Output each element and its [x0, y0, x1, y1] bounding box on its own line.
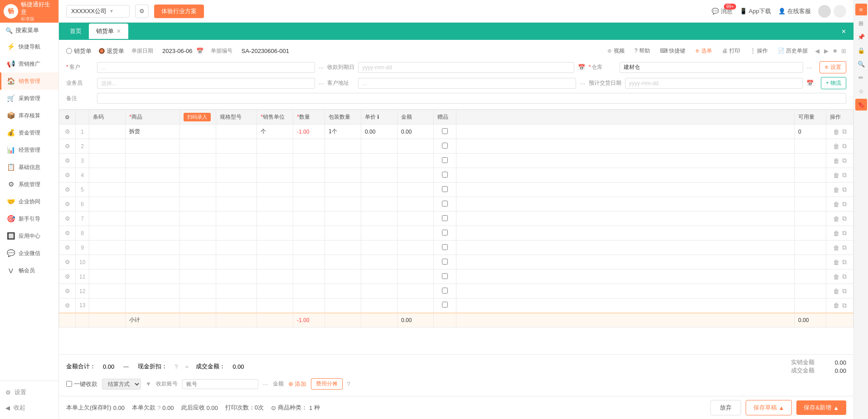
sidebar-item-enterprise[interactable]: 🤝企业协同 — [0, 193, 58, 210]
delete-icon[interactable]: 🗑 — [833, 244, 839, 251]
row-gear[interactable]: ⚙ — [59, 183, 76, 197]
help-btn[interactable]: ? 帮助 — [632, 45, 653, 57]
sidebar-item-operations[interactable]: 📊经营管理 — [0, 141, 58, 159]
row-unit-price[interactable] — [361, 270, 398, 284]
row-gear[interactable]: ⚙ — [59, 270, 76, 284]
history-btn[interactable]: 📄 历史单据 — [775, 45, 810, 57]
warehouse-input[interactable] — [620, 62, 803, 73]
fee-help-icon[interactable]: ? — [347, 380, 350, 387]
row-unit[interactable] — [257, 154, 293, 168]
sidebar-item-finance[interactable]: 💰资金管理 — [0, 124, 58, 141]
row-quantity[interactable] — [293, 270, 325, 284]
one-click-payment-label[interactable]: 一键收款 — [66, 380, 97, 388]
fee-split-button[interactable]: 费用分摊 — [311, 378, 343, 390]
row-pack-qty[interactable] — [325, 139, 361, 154]
row-product[interactable]: 拆货 — [126, 125, 180, 139]
row-quantity[interactable] — [293, 154, 325, 168]
salesperson-dots[interactable]: ··· — [319, 80, 324, 87]
row-product[interactable] — [126, 241, 180, 255]
copy-icon[interactable]: ⧉ — [842, 302, 847, 309]
delete-icon[interactable]: 🗑 — [833, 259, 839, 266]
row-unit-price[interactable] — [361, 183, 398, 197]
row-pack-qty[interactable] — [325, 255, 361, 270]
right-panel-pin-btn[interactable]: 📌 — [855, 31, 867, 43]
save-draft-button[interactable]: 保存草稿 ▲ — [746, 400, 792, 415]
row-pack-qty[interactable] — [325, 241, 361, 255]
row-pack-qty[interactable] — [325, 226, 361, 241]
search-menu[interactable]: 🔍 搜索菜单 — [0, 23, 58, 38]
remarks-input[interactable] — [97, 93, 846, 104]
row-gift[interactable] — [434, 255, 456, 270]
delete-icon[interactable]: 🗑 — [833, 273, 839, 280]
settings-button[interactable]: ⊕ 设置 — [820, 61, 846, 73]
address-input[interactable] — [358, 78, 576, 89]
delete-icon[interactable]: 🗑 — [833, 186, 839, 193]
sidebar-item-marketing[interactable]: 📢营销推广 — [0, 55, 58, 72]
col-scan[interactable]: 扫码录入 — [180, 110, 216, 125]
row-product[interactable] — [126, 284, 180, 299]
delete-icon[interactable]: 🗑 — [833, 172, 839, 179]
row-spec[interactable] — [216, 270, 257, 284]
row-gear[interactable]: ⚙ — [59, 255, 76, 270]
row-pack-qty[interactable] — [325, 154, 361, 168]
row-quantity[interactable] — [293, 183, 325, 197]
row-amount[interactable] — [398, 241, 434, 255]
help-circle-icon[interactable]: ? — [175, 363, 178, 370]
row-unit-price[interactable] — [361, 197, 398, 212]
video-btn[interactable]: ⊙ 视频 — [605, 45, 627, 57]
payment-method-select[interactable]: 结算方式 — [102, 379, 141, 390]
row-amount[interactable] — [398, 255, 434, 270]
row-barcode[interactable] — [89, 226, 126, 241]
row-gift[interactable] — [434, 241, 456, 255]
delete-icon[interactable]: 🗑 — [833, 201, 839, 208]
customer-dots[interactable]: ··· — [319, 64, 324, 71]
delete-icon[interactable]: 🗑 — [833, 215, 839, 222]
row-amount[interactable] — [398, 168, 434, 183]
row-unit-price[interactable] — [361, 154, 398, 168]
gift-checkbox[interactable] — [442, 259, 448, 265]
select-btn[interactable]: ⊕ 选单 — [693, 45, 715, 57]
row-amount[interactable] — [398, 139, 434, 154]
close-window-btn[interactable]: ✕ — [838, 28, 850, 35]
copy-icon[interactable]: ⧉ — [842, 229, 847, 237]
row-product[interactable] — [126, 299, 180, 313]
row-gift[interactable] — [434, 125, 456, 139]
row-barcode[interactable] — [89, 154, 126, 168]
row-gift[interactable] — [434, 270, 456, 284]
row-quantity[interactable] — [293, 139, 325, 154]
row-product[interactable] — [126, 168, 180, 183]
row-gift[interactable] — [434, 183, 456, 197]
gift-checkbox[interactable] — [442, 157, 448, 163]
copy-icon[interactable]: ⧉ — [842, 244, 847, 251]
row-gift[interactable] — [434, 299, 456, 313]
sidebar-item-sales[interactable]: 🏠销售管理 — [0, 72, 58, 90]
row-remark[interactable] — [456, 284, 795, 299]
list-view-btn[interactable]: ≡ — [833, 48, 837, 54]
row-barcode[interactable] — [89, 183, 126, 197]
gift-checkbox[interactable] — [442, 128, 448, 134]
address-dots[interactable]: ··· — [580, 80, 585, 87]
row-unit[interactable]: 个 — [257, 125, 293, 139]
copy-icon[interactable]: ⧉ — [842, 215, 847, 222]
right-panel-search-btn[interactable]: 🔍 — [855, 58, 867, 70]
row-unit-price[interactable] — [361, 139, 398, 154]
sidebar-item-inventory[interactable]: 📦库存核算 — [0, 107, 58, 124]
right-panel-lock-btn[interactable]: 🔒 — [855, 44, 867, 56]
row-pack-qty[interactable] — [325, 212, 361, 226]
add-payment-button[interactable]: ⊕ 添加 — [288, 380, 306, 388]
expected-date-input[interactable] — [625, 78, 803, 89]
row-unit[interactable] — [257, 139, 293, 154]
row-remark[interactable] — [456, 168, 795, 183]
row-remark[interactable] — [456, 299, 795, 313]
row-gift[interactable] — [434, 139, 456, 154]
row-spec[interactable] — [216, 255, 257, 270]
row-unit[interactable] — [257, 270, 293, 284]
copy-icon[interactable]: ⧉ — [842, 287, 847, 295]
copy-icon[interactable]: ⧉ — [842, 258, 847, 266]
calendar-icon[interactable]: 📅 — [196, 48, 204, 54]
row-pack-qty[interactable] — [325, 284, 361, 299]
row-spec[interactable] — [216, 125, 257, 139]
row-quantity[interactable] — [293, 299, 325, 313]
row-quantity[interactable] — [293, 241, 325, 255]
sales-radio[interactable]: 销货单 — [66, 47, 92, 55]
